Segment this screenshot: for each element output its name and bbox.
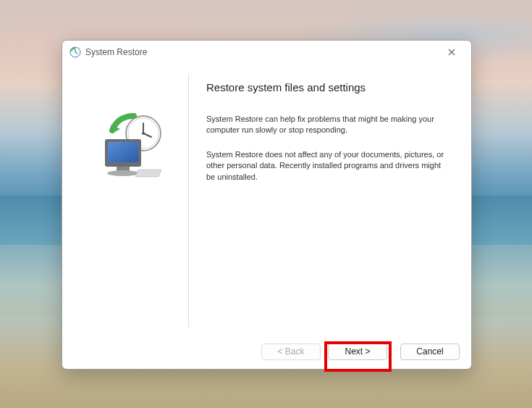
intro-paragraph-2: System Restore does not affect any of yo…: [206, 149, 449, 183]
back-button[interactable]: < Back: [261, 344, 321, 360]
restore-illustration: [96, 110, 169, 183]
next-button[interactable]: Next >: [328, 344, 387, 360]
cancel-button[interactable]: Cancel: [400, 344, 460, 360]
system-restore-dialog: System Restore: [62, 40, 472, 370]
system-restore-icon: [69, 46, 81, 58]
wizard-sidebar: [77, 74, 189, 327]
titlebar: System Restore: [62, 41, 471, 64]
wizard-body: Restore system files and settings System…: [62, 64, 471, 334]
page-heading: Restore system files and settings: [206, 81, 449, 93]
window-title: System Restore: [85, 47, 438, 57]
intro-paragraph-1: System Restore can help fix problems tha…: [206, 114, 449, 136]
close-button[interactable]: [438, 42, 465, 62]
button-row: < Back Next > Cancel: [62, 334, 471, 369]
svg-rect-7: [108, 142, 138, 162]
svg-point-5: [142, 132, 145, 135]
wizard-content: Restore system files and settings System…: [189, 74, 457, 327]
svg-point-9: [107, 170, 139, 176]
close-icon: [448, 49, 455, 56]
